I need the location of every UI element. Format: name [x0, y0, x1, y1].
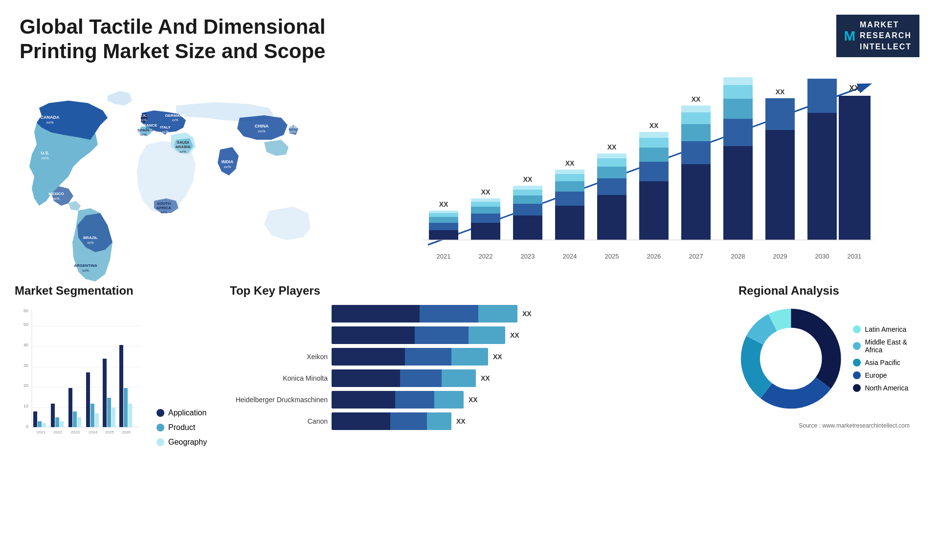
players-bars-container: XX XX Xeikon: [230, 305, 719, 430]
svg-point-145: [762, 330, 820, 387]
player-bar-seg3-konica: [442, 369, 476, 387]
player-bar-seg3-canon: [427, 412, 451, 430]
svg-text:2024: 2024: [89, 430, 97, 434]
player-bar-seg2-xeikon: [405, 348, 451, 366]
svg-text:xx%: xx%: [224, 165, 231, 169]
svg-text:2021: 2021: [37, 430, 45, 434]
segmentation-section: Market Segmentation 0 10 20 30 40 50 60: [15, 284, 210, 543]
svg-text:XX: XX: [692, 95, 701, 103]
regional-section: Regional Analysis Latin America: [738, 284, 924, 543]
svg-rect-124: [68, 388, 72, 427]
player-bar-container-canon: XX: [332, 412, 719, 430]
regional-legend-mea: Middle East & Africa: [853, 338, 924, 354]
player-bar-seg1-1: [332, 305, 420, 323]
player-name-canon: Canon: [230, 417, 328, 425]
legend-item-product: Product: [156, 423, 207, 432]
svg-text:INDIA: INDIA: [222, 159, 234, 164]
svg-rect-70: [681, 164, 711, 240]
svg-text:GERMANY: GERMANY: [165, 113, 186, 118]
svg-text:2030: 2030: [815, 253, 829, 260]
svg-rect-56: [555, 170, 584, 174]
regional-label-europe: Europe: [865, 371, 887, 379]
svg-text:xx%: xx%: [140, 118, 146, 122]
svg-text:2026: 2026: [647, 253, 661, 260]
svg-text:30: 30: [23, 363, 28, 368]
svg-text:20: 20: [23, 383, 28, 388]
svg-rect-37: [429, 213, 458, 217]
svg-text:MEXICO: MEXICO: [48, 192, 64, 196]
svg-rect-85: [807, 79, 837, 113]
svg-rect-122: [60, 421, 64, 427]
regional-dot-asia-pacific: [853, 359, 861, 366]
svg-rect-129: [90, 404, 94, 427]
svg-rect-36: [429, 217, 458, 223]
svg-rect-130: [95, 413, 99, 427]
svg-rect-82: [765, 130, 795, 240]
player-label-2: XX: [510, 331, 519, 339]
svg-text:2021: 2021: [437, 253, 451, 260]
bar-chart-svg: XX XX XX XX: [352, 74, 915, 269]
svg-rect-67: [639, 138, 669, 148]
svg-rect-49: [513, 190, 542, 195]
svg-text:0: 0: [26, 424, 28, 429]
world-map-svg: CANADA xx% U.S. xx% MEXICO xx% BRAZIL xx…: [10, 69, 342, 303]
regional-label-latin-america: Latin America: [865, 325, 906, 333]
regional-title: Regional Analysis: [738, 284, 924, 298]
player-label-heidelberger: XX: [469, 396, 478, 404]
svg-rect-47: [513, 204, 542, 215]
svg-text:2026: 2026: [122, 430, 131, 434]
donut-area: Latin America Middle East & Africa Asia …: [738, 305, 924, 412]
regional-legend-europe: Europe: [853, 371, 924, 379]
svg-text:XX: XX: [818, 74, 827, 75]
svg-rect-35: [429, 223, 458, 230]
svg-text:xx%: xx%: [179, 150, 186, 153]
svg-rect-48: [513, 195, 542, 204]
svg-text:xx%: xx%: [162, 130, 168, 133]
svg-rect-86: [839, 96, 871, 240]
svg-rect-79: [723, 85, 753, 99]
svg-text:U.S.: U.S.: [41, 151, 49, 155]
logo-area: M MARKET RESEARCH INTELLECT: [836, 15, 919, 57]
svg-text:xx%: xx%: [160, 211, 167, 214]
svg-text:xx%: xx%: [87, 241, 93, 244]
svg-text:xx%: xx%: [140, 133, 146, 136]
svg-rect-60: [597, 167, 626, 178]
svg-rect-120: [51, 404, 55, 427]
regional-label-mea: Middle East & Africa: [865, 338, 924, 354]
player-bar-container-heidelberger: XX: [332, 391, 719, 409]
svg-text:AFRICA: AFRICA: [156, 206, 171, 210]
svg-rect-41: [471, 214, 500, 223]
svg-rect-53: [555, 192, 584, 206]
svg-rect-80: [723, 77, 753, 85]
player-bar-container-1: XX: [332, 305, 719, 323]
svg-text:SPAIN: SPAIN: [137, 128, 149, 132]
svg-text:XX: XX: [776, 88, 785, 96]
svg-rect-72: [681, 124, 711, 141]
svg-rect-58: [597, 195, 626, 240]
svg-text:2022: 2022: [479, 253, 493, 260]
svg-text:XX: XX: [565, 159, 575, 167]
player-bar-seg3-2: [469, 326, 505, 344]
player-bar-seg3-1: [478, 305, 517, 323]
svg-text:XX: XX: [734, 74, 743, 75]
svg-rect-73: [681, 112, 711, 124]
regional-legend-asia-pacific: Asia Pacific: [853, 359, 924, 366]
svg-rect-117: [38, 421, 42, 427]
player-bar-seg3-xeikon: [451, 348, 488, 366]
player-bar-konica: [332, 369, 476, 387]
svg-rect-62: [597, 153, 626, 158]
legend-label-product: Product: [168, 423, 195, 432]
svg-rect-136: [119, 345, 123, 427]
legend-dot-geography: [156, 438, 164, 446]
bar-chart-section: XX XX XX XX: [342, 69, 929, 279]
svg-rect-50: [513, 186, 542, 190]
world-map-container: CANADA xx% U.S. xx% MEXICO xx% BRAZIL xx…: [10, 69, 342, 279]
svg-text:xx%: xx%: [258, 129, 265, 133]
svg-rect-126: [77, 417, 81, 427]
svg-text:40: 40: [23, 343, 28, 347]
svg-text:CANADA: CANADA: [41, 115, 60, 120]
svg-rect-138: [128, 404, 132, 427]
svg-text:XX: XX: [481, 188, 491, 196]
player-bar-seg2-canon: [390, 412, 427, 430]
player-bar-seg2-2: [415, 326, 469, 344]
